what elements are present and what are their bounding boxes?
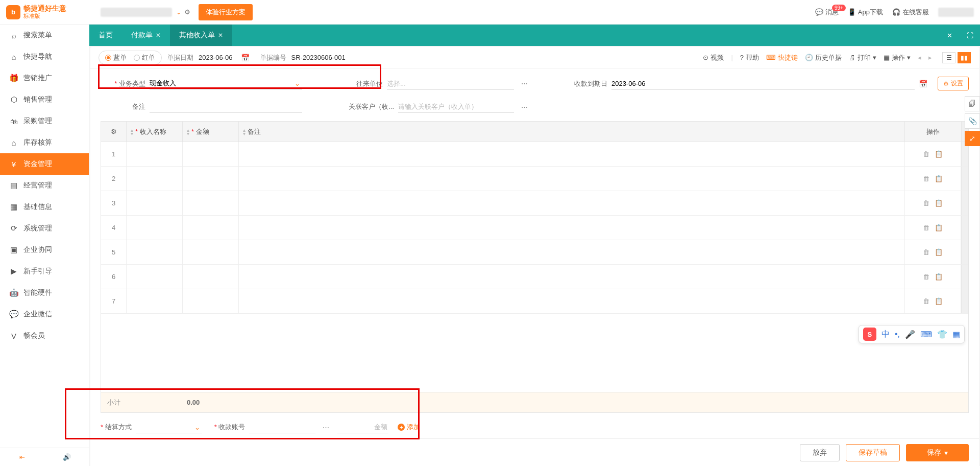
discard-button[interactable]: 放弃 <box>800 444 840 461</box>
sidebar-item-2[interactable]: 🎁营销推广 <box>0 67 89 89</box>
row-copy-icon[interactable]: 📋 <box>935 248 943 256</box>
sidebar-item-6[interactable]: ¥资金管理 <box>0 153 89 175</box>
ime-skin-icon[interactable]: 👕 <box>937 330 947 339</box>
sidebar-collapse-button[interactable]: ⇤ <box>0 448 44 466</box>
cell-amount[interactable] <box>183 191 239 215</box>
cell-note[interactable] <box>239 240 905 264</box>
nav-next-button[interactable]: ▸ <box>928 54 932 61</box>
sidebar-item-14[interactable]: V畅会员 <box>0 325 89 346</box>
table-row[interactable]: 4🗑📋 <box>101 216 968 240</box>
add-settlement-button[interactable]: +添加 <box>398 423 420 432</box>
calendar-icon[interactable]: 📅 <box>241 54 250 62</box>
save-draft-button[interactable]: 保存草稿 <box>846 444 900 461</box>
sidebar-item-13[interactable]: 💬企业微信 <box>0 304 89 325</box>
cell-income-name[interactable] <box>127 191 183 215</box>
calendar-icon[interactable]: 📅 <box>919 80 927 88</box>
sidebar-item-5[interactable]: ⌂库存核算 <box>0 132 89 153</box>
company-selector[interactable]: ⌄ <box>101 8 181 17</box>
row-delete-icon[interactable]: 🗑 <box>923 273 929 281</box>
sidebar-item-8[interactable]: ▦基础信息 <box>0 196 89 218</box>
tab-0[interactable]: 首页 <box>89 25 122 46</box>
partner-lookup-button[interactable]: ⋯ <box>518 80 532 87</box>
sidebar-item-3[interactable]: ⬡销售管理 <box>0 89 89 110</box>
tab-close-all-button[interactable]: ✕ <box>939 25 960 46</box>
settings-button[interactable]: ⚙设置 <box>938 77 969 90</box>
row-delete-icon[interactable]: 🗑 <box>923 199 929 207</box>
gear-icon[interactable]: ⚙ <box>181 6 193 18</box>
save-button[interactable]: 保存▾ <box>906 444 969 461</box>
due-date-input[interactable] <box>611 78 915 90</box>
cell-note[interactable] <box>239 167 905 191</box>
ops-link[interactable]: ▦操作▾ <box>884 53 911 62</box>
cell-note[interactable] <box>239 142 905 166</box>
cell-income-name[interactable] <box>127 142 183 166</box>
ime-keyboard-icon[interactable]: ⌨ <box>920 330 932 339</box>
cell-income-name[interactable] <box>127 167 183 191</box>
user-avatar-blurred[interactable] <box>938 8 974 17</box>
partner-input[interactable] <box>387 78 514 90</box>
col-amount[interactable]: ▴▾金额 <box>183 122 239 142</box>
ime-toolbox-icon[interactable]: ▦ <box>952 330 960 339</box>
ime-lang[interactable]: 中 <box>881 329 890 340</box>
cell-amount[interactable] <box>183 167 239 191</box>
col-income-name[interactable]: ▴▾收入名称 <box>127 122 183 142</box>
row-copy-icon[interactable]: 📋 <box>935 175 943 182</box>
view-card-button[interactable]: ▮▮ <box>958 52 971 63</box>
app-download-link[interactable]: 📱 App下载 <box>848 8 883 17</box>
cell-amount[interactable] <box>183 142 239 166</box>
row-copy-icon[interactable]: 📋 <box>935 297 943 305</box>
sidebar-item-9[interactable]: ⟳系统管理 <box>0 218 89 239</box>
table-row[interactable]: 3🗑📋 <box>101 191 968 216</box>
radio-blue[interactable]: 蓝单 <box>105 53 127 62</box>
cell-amount[interactable] <box>183 289 239 313</box>
ime-mic-icon[interactable]: 🎤 <box>905 330 915 339</box>
settle-account-input[interactable] <box>249 421 315 433</box>
cell-note[interactable] <box>239 265 905 289</box>
remark-input[interactable] <box>150 101 302 113</box>
table-row[interactable]: 2🗑📋 <box>101 167 968 191</box>
row-delete-icon[interactable]: 🗑 <box>923 224 929 231</box>
table-row[interactable]: 6🗑📋 <box>101 265 968 289</box>
row-copy-icon[interactable]: 📋 <box>935 273 943 281</box>
tab-1[interactable]: 付款单✕ <box>122 25 170 46</box>
row-delete-icon[interactable]: 🗑 <box>923 297 929 305</box>
tab-close-icon[interactable]: ✕ <box>156 32 161 39</box>
cell-amount[interactable] <box>183 240 239 264</box>
tab-2[interactable]: 其他收入单✕ <box>170 25 232 46</box>
sidebar-item-10[interactable]: ▣企业协同 <box>0 239 89 261</box>
sidebar-sound-button[interactable]: 🔊 <box>44 448 89 466</box>
history-link[interactable]: 🕘历史单据 <box>805 53 842 62</box>
cell-income-name[interactable] <box>127 289 183 313</box>
row-delete-icon[interactable]: 🗑 <box>923 175 929 182</box>
cell-note[interactable] <box>239 191 905 215</box>
cell-income-name[interactable] <box>127 240 183 264</box>
row-copy-icon[interactable]: 📋 <box>935 199 943 207</box>
messages-link[interactable]: 💬 消息 99+ <box>815 8 839 17</box>
cell-amount[interactable] <box>183 216 239 240</box>
tab-close-icon[interactable]: ✕ <box>218 32 223 39</box>
biz-type-input[interactable] <box>150 78 302 90</box>
cell-note[interactable] <box>239 289 905 313</box>
ime-punct-icon[interactable]: •, <box>895 330 900 339</box>
video-link[interactable]: ⊙视频 <box>703 53 724 62</box>
cell-note[interactable] <box>239 216 905 240</box>
tab-expand-button[interactable]: ⛶ <box>960 25 980 46</box>
ime-toolbar[interactable]: S 中 •, 🎤 ⌨ 👕 ▦ <box>859 325 965 343</box>
cell-income-name[interactable] <box>127 216 183 240</box>
sidebar-item-4[interactable]: 🛍采购管理 <box>0 110 89 132</box>
settle-amount-input[interactable] <box>337 421 388 433</box>
row-delete-icon[interactable]: 🗑 <box>923 150 929 158</box>
rail-note-button[interactable]: 🗐 <box>965 96 980 111</box>
sidebar-item-11[interactable]: ▶新手引导 <box>0 261 89 282</box>
rail-clip-button[interactable]: 📎 <box>965 113 980 129</box>
row-copy-icon[interactable]: 📋 <box>935 224 943 231</box>
nav-prev-button[interactable]: ◂ <box>918 54 921 61</box>
table-row[interactable]: 5🗑📋 <box>101 240 968 265</box>
cell-income-name[interactable] <box>127 265 183 289</box>
help-link[interactable]: ?帮助 <box>740 53 759 62</box>
rel-customer-input[interactable] <box>398 101 514 113</box>
settle-method-input[interactable] <box>136 421 202 433</box>
doc-date-value[interactable]: 2023-06-06 <box>199 54 233 61</box>
table-row[interactable]: 1🗑📋 <box>101 142 968 167</box>
table-row[interactable]: 7🗑📋 <box>101 289 968 314</box>
